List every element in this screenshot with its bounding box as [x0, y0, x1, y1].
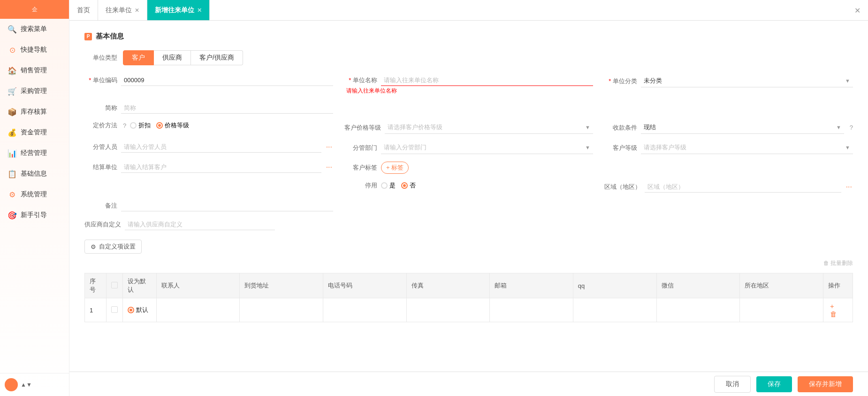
supplier-custom-input[interactable]	[125, 219, 275, 230]
notes-input[interactable]	[121, 200, 333, 211]
type-btn-both[interactable]: 客户/供应商	[191, 50, 243, 65]
qq-input[interactable]	[578, 307, 652, 314]
tab-partner-close[interactable]: ✕	[135, 7, 139, 14]
unit-name-input[interactable]	[381, 75, 593, 86]
settlement-unit-more-btn[interactable]: ···	[325, 163, 333, 171]
phone-input[interactable]	[328, 307, 402, 314]
custom-settings-label: 自定义项设置	[99, 242, 136, 251]
settlement-unit-input[interactable]	[121, 162, 321, 173]
cell-fax[interactable]	[406, 298, 490, 322]
department-label: 分管部门	[344, 144, 377, 152]
col-checkbox	[107, 273, 123, 298]
pricing-radio-level[interactable]: 价格等级	[156, 121, 189, 130]
save-new-button[interactable]: 保存并新增	[798, 376, 853, 392]
sidebar-item-label: 搜索菜单	[21, 25, 47, 33]
cell-default: 默认	[123, 298, 156, 322]
disabled-radio-yes[interactable]: 是	[381, 181, 396, 190]
sidebar-item-guide[interactable]: 🎯 新手引导	[0, 205, 69, 225]
unit-name-error: 请输入往来单位名称	[346, 87, 593, 95]
finance-icon: 💰	[8, 128, 17, 137]
sidebar-item-sales[interactable]: 🏠 销售管理	[0, 60, 69, 81]
cancel-button[interactable]: 取消	[714, 376, 751, 393]
select-all-checkbox[interactable]	[111, 282, 118, 288]
add-row-btn[interactable]: +	[828, 302, 836, 310]
region-more-btn[interactable]: ···	[845, 183, 853, 191]
wechat-input[interactable]	[662, 307, 735, 314]
sidebar-item-label: 新手引导	[21, 211, 47, 219]
unit-category-select[interactable]: 未分类 ▼	[641, 75, 853, 87]
type-btn-supplier[interactable]: 供应商	[154, 50, 191, 65]
sidebar-item-purchase[interactable]: 🛒 采购管理	[0, 81, 69, 101]
disabled-label: 停用	[344, 181, 377, 190]
pricing-radio-discount[interactable]: 折扣	[130, 121, 151, 130]
default-radio[interactable]: 默认	[128, 306, 151, 314]
sidebar-item-basic[interactable]: 📋 基础信息	[0, 163, 69, 184]
sidebar-item-label: 基础信息	[21, 170, 47, 178]
cell-action: + 🗑	[823, 298, 853, 322]
customer-level-placeholder: 请选择客户等级	[644, 143, 686, 152]
add-tag-btn[interactable]: + 标签	[381, 162, 409, 174]
sidebar-item-quick-nav[interactable]: ⊙ 快捷导航	[0, 39, 69, 60]
department-select[interactable]: 请输入分管部门 ▼	[381, 141, 593, 154]
add-tag-label: + 标签	[386, 163, 404, 172]
disabled-radio-no[interactable]: 否	[401, 181, 416, 190]
cell-contact[interactable]	[156, 298, 240, 322]
form-grid: 单位编码 单位名称 请输入往来单位名称 单位分类 未分类 ▼	[84, 75, 853, 230]
department-placeholder: 请输入分管部门	[384, 143, 426, 152]
pricing-help-icon[interactable]: ?	[123, 122, 126, 129]
customer-price-level-select[interactable]: 请选择客户价格等级 ▼	[385, 121, 593, 134]
abbr-input[interactable]	[121, 102, 333, 114]
customer-tag-row: 客户标签 + 标签	[344, 162, 593, 174]
tab-new-partner[interactable]: 新增往来单位 ✕	[147, 0, 210, 20]
custom-settings-btn[interactable]: ⚙ 自定义项设置	[84, 240, 142, 254]
pricing-method-row: 定价方法 ? 折扣 价格等级	[84, 121, 333, 130]
sidebar-item-search[interactable]: 🔍 搜索菜单	[0, 19, 69, 39]
payment-condition-select[interactable]: 现结 ▼	[641, 121, 844, 134]
manager-input[interactable]	[121, 141, 321, 153]
sidebar-item-inventory[interactable]: 📦 库存核算	[0, 101, 69, 122]
address-input[interactable]	[244, 307, 318, 314]
contact-input[interactable]	[161, 307, 235, 314]
delete-row-btn[interactable]: 🗑	[828, 310, 839, 318]
cell-index: 1	[85, 298, 107, 322]
email-input[interactable]	[495, 307, 568, 314]
sidebar-item-finance[interactable]: 💰 资金管理	[0, 122, 69, 143]
customer-price-level-placeholder: 请选择客户价格等级	[388, 123, 442, 132]
manager-more-btn[interactable]: ···	[325, 143, 333, 151]
cell-phone[interactable]	[323, 298, 406, 322]
customer-level-row: 客户等级 请选择客户等级 ▼	[604, 141, 853, 154]
inventory-icon: 📦	[8, 107, 17, 116]
tab-home[interactable]: 首页	[69, 0, 98, 20]
sidebar-item-system[interactable]: ⚙ 系统管理	[0, 184, 69, 205]
sidebar-item-label: 快捷导航	[21, 46, 47, 54]
notes-row: 备注	[84, 200, 333, 211]
payment-help-icon[interactable]: ?	[850, 124, 853, 131]
avatar	[5, 378, 18, 391]
window-close-btn[interactable]: ✕	[854, 6, 860, 15]
customer-level-select[interactable]: 请选择客户等级 ▼	[641, 141, 853, 154]
unit-type-buttons: 客户 供应商 客户/供应商	[123, 50, 243, 65]
cell-address[interactable]	[240, 298, 323, 322]
fax-input[interactable]	[411, 307, 485, 314]
unit-name-label: 单位名称	[344, 76, 377, 85]
cell-region[interactable]	[740, 298, 823, 322]
region-input[interactable]	[645, 181, 841, 193]
cell-wechat[interactable]	[656, 298, 740, 322]
chevron-down-icon: ▼	[845, 78, 850, 84]
cell-email[interactable]	[490, 298, 573, 322]
col-region: 所在地区	[740, 273, 823, 298]
tab-new-partner-close[interactable]: ✕	[197, 7, 202, 14]
pricing-radio-group: 折扣 价格等级	[130, 121, 189, 130]
payment-condition-value: 现结	[644, 123, 656, 132]
tab-partner[interactable]: 往来单位 ✕	[98, 0, 147, 20]
region-cell-input[interactable]	[745, 307, 818, 314]
cell-qq[interactable]	[573, 298, 656, 322]
col-phone: 电话号码	[323, 273, 406, 298]
save-button[interactable]: 保存	[756, 376, 792, 392]
unit-code-input[interactable]	[121, 75, 333, 86]
sidebar-item-ops[interactable]: 📊 经营管理	[0, 143, 69, 163]
department-row: 分管部门 请输入分管部门 ▼	[344, 141, 593, 154]
batch-delete-btn[interactable]: 🗑 批量删除	[84, 259, 853, 267]
type-btn-customer[interactable]: 客户	[123, 50, 154, 65]
row-checkbox[interactable]	[111, 306, 118, 313]
